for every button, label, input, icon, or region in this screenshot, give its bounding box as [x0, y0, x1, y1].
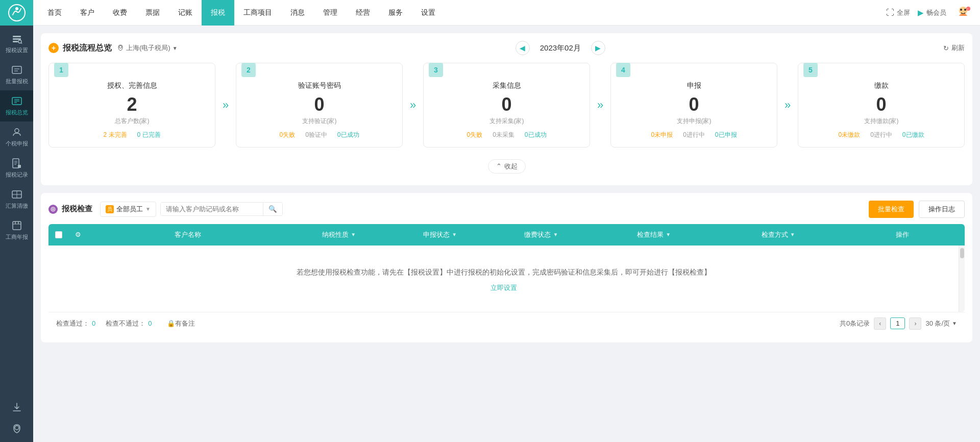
nav-operation[interactable]: 经营 [347, 0, 379, 26]
per-page-select[interactable]: 30 条/页 ▼ [925, 319, 957, 328]
step4-stat-undeclared[interactable]: 0未申报 [651, 131, 673, 139]
sidebar-item-tax-settings[interactable]: 报税设置 [0, 28, 33, 59]
th-operation: 操作 [840, 224, 965, 245]
fail-count[interactable]: 0 [148, 320, 152, 327]
step-count-4: 0 [689, 94, 699, 115]
sidebar-item-tax-overview[interactable]: 报税总览 [0, 90, 33, 121]
tax-overview-icon [11, 95, 22, 107]
sidebar-download[interactable] [0, 397, 33, 418]
step5-stat-paid[interactable]: 0已缴款 [902, 131, 924, 139]
prev-page-btn[interactable]: ‹ [874, 317, 886, 330]
annual-report-icon [11, 220, 22, 231]
tax-filter-icon: ▼ [351, 232, 356, 237]
step3-stat-success[interactable]: 0已成功 [525, 131, 547, 139]
batch-check-btn[interactable]: 批量检查 [869, 201, 914, 218]
nav-tax[interactable]: 报税 [202, 0, 234, 26]
nav-settings[interactable]: 设置 [412, 0, 445, 26]
next-month-btn[interactable]: ▶ [591, 41, 605, 55]
location-icon [11, 423, 22, 434]
sidebar-item-settlement[interactable]: 汇算清缴 [0, 184, 33, 215]
card-header: + 报税流程总览 上海(电子税局) ▼ ◀ 2023年02月 ▶ [48, 41, 965, 55]
setup-link[interactable]: 立即设置 [491, 283, 517, 292]
step4-stat-declared[interactable]: 0已申报 [715, 131, 737, 139]
step-number-4: 4 [616, 63, 630, 77]
vip-btn[interactable]: ▶ 畅会员 [918, 8, 946, 17]
pass-stat: 检查通过： 0 [56, 319, 95, 328]
nav-manage[interactable]: 管理 [314, 0, 347, 26]
fullscreen-btn[interactable]: ⛶ 全屏 [886, 8, 910, 17]
nav-fee[interactable]: 收费 [104, 0, 136, 26]
sidebar-label-settlement: 汇算清缴 [6, 202, 28, 210]
pay-filter-icon: ▼ [553, 232, 558, 237]
collapse-btn[interactable]: ⌃ 收起 [488, 159, 526, 174]
operation-log-btn[interactable]: 操作日志 [919, 201, 965, 218]
location-selector[interactable]: 上海(电子税局) ▼ [117, 43, 178, 53]
nav-home[interactable]: 首页 [38, 0, 71, 26]
top-nav: 首页 客户 收费 票据 记账 报税 工商项目 消息 管理 经营 服务 设置 ⛶ … [0, 0, 980, 26]
download-icon [11, 402, 22, 413]
nav-invoice[interactable]: 票据 [136, 0, 169, 26]
step-title-5: 缴款 [874, 81, 889, 90]
sidebar-location[interactable] [0, 418, 33, 439]
search-input[interactable] [161, 203, 263, 215]
video-icon: ▶ [918, 8, 924, 17]
sidebar-label-tax-records: 报税记录 [6, 171, 28, 179]
step-stats-3: 0失败 0未采集 0已成功 [467, 131, 546, 139]
sidebar-item-batch-tax[interactable]: 批量报税 [0, 59, 33, 90]
filter-icon: 员 [106, 205, 114, 213]
search-button[interactable]: 🔍 [263, 203, 282, 215]
nav-customer[interactable]: 客户 [71, 0, 104, 26]
step5-stat-ongoing[interactable]: 0进行中 [870, 131, 892, 139]
step2-stat-verifying[interactable]: 0验证中 [305, 131, 327, 139]
content: + 报税流程总览 上海(电子税局) ▼ ◀ 2023年02月 ▶ [33, 26, 980, 442]
step1-stat-complete[interactable]: 0 已完善 [137, 131, 161, 139]
th-check-method[interactable]: 检查方式 ▼ [716, 224, 841, 245]
table-footer: 检查通过： 0 检查不通过： 0 🔒有备注 共0条记录 ‹ 1 › [48, 312, 965, 335]
nav-bookkeeping[interactable]: 记账 [169, 0, 202, 26]
nav-right: ⛶ 全屏 ▶ 畅会员 ! [886, 4, 980, 22]
step1-stat-incomplete[interactable]: 2 未完善 [103, 131, 127, 139]
step-stats-1: 2 未完善 0 已完善 [103, 131, 160, 139]
prev-month-btn[interactable]: ◀ [516, 41, 530, 55]
collapse-bar: ⌃ 收起 [48, 155, 965, 178]
nav-business[interactable]: 工商项目 [234, 0, 281, 26]
avatar[interactable]: ! [954, 4, 972, 22]
sidebar-item-personal-tax[interactable]: 个税申报 [0, 121, 33, 153]
pass-count[interactable]: 0 [92, 320, 95, 327]
flow-step-5: 5 缴款 0 支持缴款(家) 0未缴款 0进行中 0已缴 [798, 63, 965, 148]
svg-rect-24 [18, 165, 21, 168]
step-count-2: 0 [314, 94, 324, 115]
flow-step-2: 2 验证账号密码 0 支持验证(家) 0失败 0验证中 [236, 63, 403, 148]
step2-stat-fail[interactable]: 0失败 [279, 131, 295, 139]
nav-message[interactable]: 消息 [281, 0, 314, 26]
step5-stat-unpaid[interactable]: 0未缴款 [838, 131, 860, 139]
nav-items: 首页 客户 收费 票据 记账 报税 工商项目 消息 管理 经营 服务 设置 [33, 0, 886, 26]
sidebar-item-tax-records[interactable]: 报税记录 [0, 153, 33, 184]
month-navigation: ◀ 2023年02月 ▶ [183, 41, 938, 55]
step3-stat-fail[interactable]: 0失败 [467, 131, 482, 139]
card-title-icon: + [48, 43, 59, 53]
refresh-btn[interactable]: ↻ 刷新 [943, 43, 965, 53]
footer-stats: 检查通过： 0 检查不通过： 0 🔒有备注 [56, 319, 195, 328]
empty-message: 若您想使用报税检查功能，请先在【报税设置】中进行报税的初始化设置，完成密码验证和… [297, 265, 711, 279]
th-gear[interactable]: ⚙ [69, 224, 87, 245]
next-page-btn[interactable]: › [909, 317, 921, 330]
search-wrap: 🔍 [160, 202, 283, 216]
th-declare-status[interactable]: 申报状态 ▼ [389, 224, 491, 245]
svg-point-19 [15, 129, 19, 133]
scrollbar-thumb[interactable] [960, 248, 964, 258]
step3-stat-pending[interactable]: 0未采集 [493, 131, 514, 139]
th-pay-status[interactable]: 缴费状态 ▼ [491, 224, 592, 245]
header-checkbox[interactable] [55, 231, 62, 238]
step4-stat-ongoing[interactable]: 0进行中 [683, 131, 705, 139]
th-tax-type[interactable]: 纳税性质 ▼ [288, 224, 389, 245]
th-check-result[interactable]: 检查结果 ▼ [592, 224, 716, 245]
svg-point-1 [15, 7, 18, 10]
nav-service[interactable]: 服务 [379, 0, 412, 26]
step2-stat-success[interactable]: 0已成功 [337, 131, 359, 139]
sidebar-item-annual-report[interactable]: 工商年报 [0, 215, 33, 246]
settlement-icon [11, 189, 22, 200]
th-checkbox[interactable] [48, 224, 69, 245]
employee-filter[interactable]: 员 全部员工 ▼ [100, 202, 156, 217]
logo [0, 0, 33, 26]
